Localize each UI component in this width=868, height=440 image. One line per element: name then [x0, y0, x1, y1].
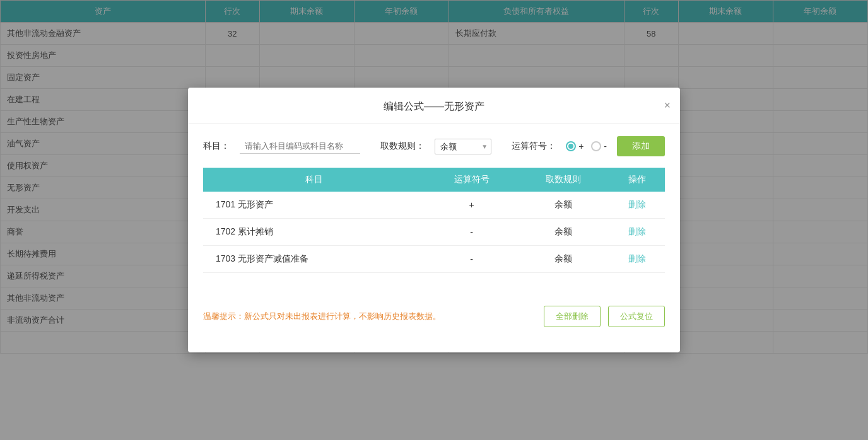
form-row: 科目： 取数规则： 余额借方贷方借方发生额贷方发生额 ▼ 运算符号： +: [203, 136, 665, 156]
edit-formula-modal: 编辑公式——无形资产 × 科目： 取数规则： 余额借方贷方借方发生额贷方发生额 …: [188, 88, 680, 352]
table-row: 1701 无形资产+余额删除: [203, 192, 665, 219]
delete-link[interactable]: 删除: [628, 253, 646, 263]
subject-label: 科目：: [203, 141, 230, 152]
radio-minus[interactable]: -: [591, 141, 607, 151]
modal-title: 编辑公式——无形资产: [384, 101, 484, 112]
radio-plus[interactable]: +: [566, 141, 584, 151]
rule-select-wrapper: 余额借方贷方借方发生额贷方发生额 ▼: [435, 139, 491, 154]
table-row: 1702 累计摊销-余额删除: [203, 219, 665, 246]
delete-all-button[interactable]: 全部删除: [544, 306, 601, 327]
rule-label: 取数规则：: [380, 141, 425, 152]
delete-link[interactable]: 删除: [628, 226, 646, 236]
modal-header: 编辑公式——无形资产 ×: [188, 88, 680, 124]
formula-table-head: 科目 运算符号 取数规则 操作: [203, 168, 665, 192]
rule-select[interactable]: 余额借方贷方借方发生额贷方发生额: [435, 139, 491, 154]
radio-plus-circle: [566, 141, 576, 151]
formula-table-body: 1701 无形资产+余额删除1702 累计摊销-余额删除1703 无形资产减值准…: [203, 192, 665, 273]
radio-minus-circle: [591, 141, 601, 151]
modal-close-button[interactable]: ×: [664, 100, 671, 111]
radio-minus-label: -: [604, 141, 607, 151]
table-row: 1703 无形资产减值准备-余额删除: [203, 246, 665, 273]
delete-link[interactable]: 删除: [628, 199, 646, 209]
th-subject: 科目: [203, 168, 426, 192]
modal-overlay: 编辑公式——无形资产 × 科目： 取数规则： 余额借方贷方借方发生额贷方发生额 …: [0, 0, 868, 440]
th-action: 操作: [609, 168, 665, 192]
subject-input[interactable]: [240, 139, 360, 154]
modal-footer: 温馨提示：新公式只对未出报表进行计算，不影响历史报表数据。 全部删除 公式复位: [188, 296, 680, 340]
th-rule: 取数规则: [517, 168, 609, 192]
add-button[interactable]: 添加: [617, 136, 665, 156]
operator-radio-group: + -: [566, 141, 607, 151]
radio-plus-label: +: [578, 141, 584, 151]
footer-buttons: 全部删除 公式复位: [544, 306, 665, 327]
reset-formula-button[interactable]: 公式复位: [608, 306, 665, 327]
formula-table: 科目 运算符号 取数规则 操作 1701 无形资产+余额删除1702 累计摊销-…: [203, 168, 665, 273]
footer-tip: 温馨提示：新公式只对未出报表进行计算，不影响历史报表数据。: [203, 311, 441, 322]
modal-body: 科目： 取数规则： 余额借方贷方借方发生额贷方发生额 ▼ 运算符号： +: [188, 124, 680, 296]
operator-label: 运算符号：: [512, 141, 556, 152]
th-operator: 运算符号: [426, 168, 517, 192]
formula-table-header-row: 科目 运算符号 取数规则 操作: [203, 168, 665, 192]
